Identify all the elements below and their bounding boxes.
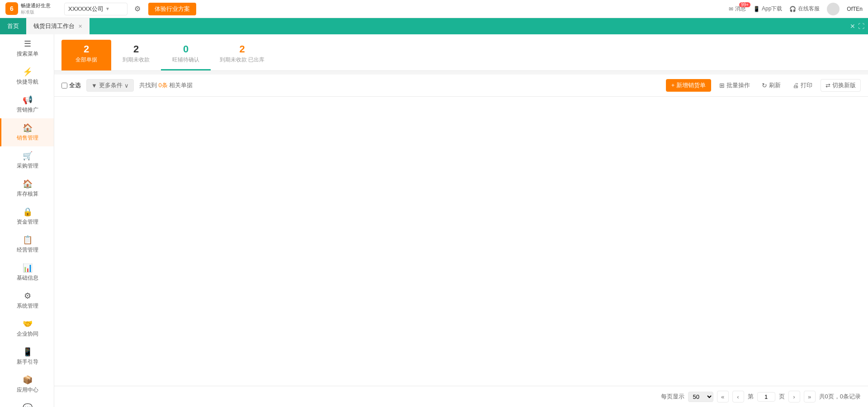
refresh-label: 刷新 (769, 81, 781, 89)
last-page-button[interactable]: » (804, 391, 816, 402)
sidebar-item-label: 应用中心 (17, 386, 38, 394)
inventory-icon: 🏠 (23, 179, 33, 189)
sidebar-item-operation[interactable]: 📋 经营管理 (0, 230, 54, 258)
sidebar-item-basic[interactable]: 📊 基础信息 (0, 258, 54, 286)
stat-num-all: 2 (71, 43, 102, 55)
page-label: 第 (748, 393, 754, 401)
trial-button[interactable]: 体验行业方案 (148, 3, 196, 15)
prev-page-button[interactable]: ‹ (732, 391, 744, 402)
select-all-label: 全选 (69, 81, 81, 89)
basic-icon: 📊 (23, 263, 33, 273)
online-service-icon: 🎧 (789, 6, 796, 12)
toolbar-right: + 新增销货单 ⊞ 批量操作 ↻ 刷新 🖨 打印 ⇄ 切换新版 (666, 79, 861, 92)
avatar[interactable] (827, 3, 840, 15)
next-page-button[interactable]: › (788, 391, 800, 402)
stat-tab-overdue-shipped[interactable]: 2 到期未收款 已出库 (211, 40, 274, 70)
sidebar-item-app-center[interactable]: 📦 应用中心 (0, 370, 54, 398)
stat-tab-overdue[interactable]: 2 到期未收款 (111, 40, 161, 70)
wechat-icon: 💬 (23, 403, 33, 407)
top-header: 6 畅捷通好生意 标准版 XXXXXX公司 ▼ ⚙ 体验行业方案 ✉ 消息 99… (0, 0, 868, 18)
operation-icon: 📋 (23, 235, 33, 245)
batch-icon: ⊞ (719, 82, 725, 89)
marketing-icon: 📢 (23, 95, 33, 105)
sidebar-item-quick-nav[interactable]: ⚡ 快捷导航 (0, 62, 54, 90)
sidebar-item-label: 快捷导航 (17, 78, 38, 86)
batch-operation-button[interactable]: ⊞ 批量操作 (716, 80, 754, 91)
stat-tab-all[interactable]: 2 全部单据 (61, 40, 111, 70)
tab-bar-expand-icon[interactable]: ⛶ (858, 23, 864, 30)
sidebar-item-inventory[interactable]: 🏠 库存核算 (0, 174, 54, 202)
stat-label-overdue: 到期未收款 (120, 56, 152, 64)
search-menu-icon: ☰ (24, 39, 31, 49)
filter-button[interactable]: ▼ 更多条件 ∨ (86, 79, 134, 92)
system-icon: ⚙ (24, 291, 31, 301)
select-all-input[interactable] (61, 83, 67, 89)
sidebar-item-label: 营销推广 (17, 106, 38, 114)
sales-icon: 🏠 (23, 123, 33, 133)
tab-workspace[interactable]: 钱货日清工作台 ✕ (26, 18, 90, 34)
page-size-label: 每页显示 (661, 393, 684, 401)
sidebar-item-wechat[interactable]: 💬 企业微信 (0, 398, 54, 407)
app-download-button[interactable]: 📱 App下载 (753, 5, 782, 13)
sidebar-item-search-menu[interactable]: ☰ 搜索菜单 (0, 34, 54, 62)
sidebar-item-label: 经营管理 (17, 246, 38, 254)
filter-arrow-icon: ∨ (124, 82, 129, 89)
online-service-button[interactable]: 🎧 在线客服 (789, 5, 820, 13)
result-text: 共找到 0条 相关单据 (139, 81, 193, 89)
logo-text-block: 畅捷通好生意 标准版 (21, 2, 51, 15)
company-name: XXXXXX公司 (68, 5, 104, 13)
pagination-bar: 每页显示 20 50 100 « ‹ 第 页 › » 共0页，0条记录 (54, 386, 868, 407)
sidebar-item-label: 采购管理 (17, 162, 38, 170)
page-input[interactable] (757, 392, 775, 402)
print-icon: 🖨 (793, 82, 799, 89)
sidebar-item-label: 资金管理 (17, 218, 38, 226)
sidebar-item-sales[interactable]: 🏠 销售管理 (0, 118, 54, 146)
result-count: 0条 (159, 82, 168, 89)
sidebar-item-label: 库存核算 (17, 190, 38, 198)
refresh-button[interactable]: ↻ 刷新 (758, 80, 784, 91)
total-label: 共0页，0条记录 (819, 393, 861, 401)
purchase-icon: 🛒 (23, 151, 33, 161)
company-selector[interactable]: XXXXXX公司 ▼ (64, 3, 127, 15)
sidebar-item-guide[interactable]: 📱 新手引导 (0, 342, 54, 370)
sidebar-item-purchase[interactable]: 🛒 采购管理 (0, 146, 54, 174)
stat-label-overdue-shipped: 到期未收款 已出库 (220, 56, 264, 64)
sidebar-item-cooperation[interactable]: 🤝 企业协同 (0, 314, 54, 342)
message-icon: ✉ (729, 6, 733, 12)
page-label-end: 页 (779, 393, 785, 401)
message-button[interactable]: ✉ 消息 99+ (729, 5, 746, 13)
username-label[interactable]: OfTEn (847, 6, 863, 12)
sidebar-item-label: 基础信息 (17, 274, 38, 282)
logo-app-name: 畅捷通好生意 (21, 2, 51, 9)
switch-icon: ⇄ (826, 82, 830, 89)
finance-icon: 🔒 (23, 207, 33, 217)
stat-num-overdue-shipped: 2 (220, 43, 264, 55)
filter-icon: ▼ (91, 82, 97, 89)
sidebar-item-system[interactable]: ⚙ 系统管理 (0, 286, 54, 314)
first-page-button[interactable]: « (717, 391, 729, 402)
sidebar-item-label: 新手引导 (17, 358, 38, 366)
stat-num-pending: 0 (170, 43, 202, 55)
sidebar-item-finance[interactable]: 🔒 资金管理 (0, 202, 54, 230)
table-area (54, 97, 868, 386)
page-size-select[interactable]: 20 50 100 (688, 392, 713, 402)
stats-tabs: 2 全部单据 2 到期未收款 0 旺辅待确认 2 到期未收款 已出库 (54, 34, 868, 71)
empty-placeholder (54, 97, 868, 277)
switch-version-button[interactable]: ⇄ 切换新版 (821, 79, 861, 92)
tab-close-button[interactable]: ✕ (78, 23, 82, 29)
logo-icon: 6 (5, 2, 18, 15)
add-sales-order-button[interactable]: + 新增销货单 (666, 79, 711, 92)
tab-home[interactable]: 首页 (0, 18, 26, 34)
settings-button[interactable]: ⚙ (131, 3, 144, 15)
select-all-checkbox[interactable]: 全选 (61, 81, 81, 89)
tab-home-label: 首页 (7, 22, 19, 30)
print-button[interactable]: 🖨 打印 (789, 80, 816, 91)
content-area: 2 全部单据 2 到期未收款 0 旺辅待确认 2 到期未收款 已出库 全选 (54, 34, 868, 407)
stat-tab-pending[interactable]: 0 旺辅待确认 (161, 40, 211, 70)
guide-icon: 📱 (23, 347, 33, 357)
sidebar: ☰ 搜索菜单 ⚡ 快捷导航 📢 营销推广 🏠 销售管理 🛒 采购管理 🏠 库存核… (0, 34, 54, 407)
sidebar-item-marketing[interactable]: 📢 营销推广 (0, 90, 54, 118)
tab-bar-close-icon[interactable]: ✕ (850, 23, 855, 30)
tab-workspace-label: 钱货日清工作台 (33, 22, 75, 30)
logo-area: 6 畅捷通好生意 标准版 (5, 2, 60, 15)
